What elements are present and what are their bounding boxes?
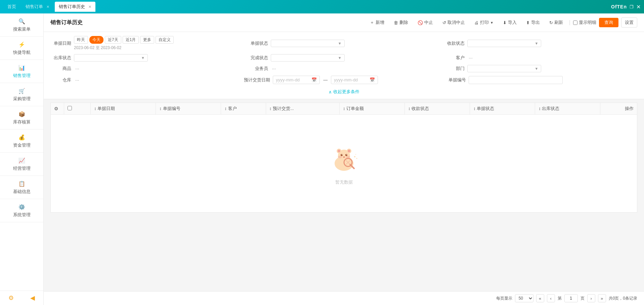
sidebar-item-purchase-mgmt[interactable]: 🛒 采购管理 <box>0 83 43 106</box>
sidebar-item-system-mgmt[interactable]: ⚙️ 系统管理 <box>0 199 43 222</box>
th-amount[interactable]: ↕ 订单金额 <box>340 103 405 115</box>
th-date[interactable]: ↕ 单据日期 <box>91 103 156 115</box>
prev-page-button[interactable]: ‹ <box>547 294 555 302</box>
th-out-status[interactable]: ↕ 出库状态 <box>535 103 600 115</box>
customer-ellipsis[interactable]: ··· <box>467 55 474 61</box>
import-button[interactable]: ⬇ 导入 <box>500 18 520 27</box>
sidebar-item-sales-mgmt[interactable]: 📊 销售管理 <box>0 60 43 83</box>
capital-icon: 💰 <box>18 134 26 141</box>
sidebar-item-capital[interactable]: 💰 资金管理 <box>0 129 43 153</box>
page-size-select[interactable]: 10 20 50 100 <box>515 294 533 302</box>
toolbar: ＋ 新增 🗑 删除 🚫 中止 ↺ 取消中止 <box>367 17 637 28</box>
date-quick-btns: 昨天 今天 近7天 近1月 更多 自定义 <box>74 36 174 44</box>
last-page-icon: » <box>601 296 603 301</box>
tab-sales-order-label: 销售订单 <box>26 4 43 10</box>
date-more-btn[interactable]: 更多 <box>140 36 154 44</box>
sidebar-item-basic-info[interactable]: 📋 基础信息 <box>0 176 43 199</box>
stop-icon: 🚫 <box>418 20 423 25</box>
date-1month-btn[interactable]: 近1月 <box>123 36 139 44</box>
out-status-select[interactable]: ▼ <box>74 54 148 62</box>
complete-status-select[interactable]: ▼ <box>271 54 345 62</box>
order-status-select[interactable]: ▼ <box>271 40 345 47</box>
tab-sales-order-history[interactable]: 销售订单历史 ✕ <box>55 2 95 12</box>
th-delivery[interactable]: ↕ 预计交货... <box>266 103 339 115</box>
cancel-stop-icon: ↺ <box>442 20 446 25</box>
print-button[interactable]: 🖨 打印 ▼ <box>471 18 497 27</box>
delivery-date-end[interactable]: yyyy-mm-dd 📅 <box>331 76 378 84</box>
sidebar-item-system-mgmt-label: 系统管理 <box>13 212 31 218</box>
empty-state-illustration <box>327 142 361 175</box>
query-button[interactable]: 查询 <box>599 18 618 27</box>
delivery-date-start[interactable]: yyyy-mm-dd 📅 <box>273 76 320 84</box>
goods-ellipsis[interactable]: ··· <box>74 66 81 71</box>
refresh-icon: ↻ <box>549 20 553 25</box>
order-status-label: 单据状态 <box>244 40 271 46</box>
sidebar-settings-icon[interactable]: ⚙ <box>8 294 14 302</box>
delete-icon: 🗑 <box>394 20 398 25</box>
page-title: 销售订单历史 <box>50 19 83 26</box>
window-restore-icon[interactable]: ❐ <box>630 4 634 9</box>
last-page-button[interactable]: » <box>598 294 606 302</box>
date-custom-btn[interactable]: 自定义 <box>156 36 174 44</box>
delete-button[interactable]: 🗑 删除 <box>390 18 412 27</box>
date-7days-btn[interactable]: 近7天 <box>105 36 121 44</box>
date-yesterday-btn[interactable]: 昨天 <box>74 36 88 44</box>
table-settings-button[interactable]: ⚙ <box>54 106 58 111</box>
salesperson-ellipsis[interactable]: ··· <box>271 66 277 71</box>
tab-sales-order-close[interactable]: ✕ <box>46 5 49 9</box>
import-icon: ⬇ <box>503 20 507 25</box>
th-no-label: ↕ 单据编号 <box>159 106 180 111</box>
date-range-text: 2023-06-02 至 2023-06-02 <box>74 45 174 51</box>
select-all-checkbox[interactable] <box>68 106 72 110</box>
stop-button[interactable]: 🚫 中止 <box>414 18 436 27</box>
receipt-status-select[interactable]: ▼ <box>467 40 541 47</box>
sidebar-item-quick-nav[interactable]: ⚡ 快捷导航 <box>0 37 43 60</box>
svg-point-6 <box>341 154 343 156</box>
delivery-date-end-text: yyyy-mm-dd <box>334 77 358 82</box>
th-order-status[interactable]: ↕ 单据状态 <box>470 103 535 115</box>
tab-sales-order[interactable]: 销售订单 ✕ <box>22 2 53 12</box>
th-delivery-label: ↕ 预计交货... <box>269 106 294 111</box>
export-button[interactable]: ⬆ 导出 <box>523 18 543 27</box>
next-page-button[interactable]: › <box>587 294 595 302</box>
department-select[interactable]: ▼ <box>467 65 541 72</box>
basic-info-icon: 📋 <box>18 180 26 187</box>
refresh-button[interactable]: ↻ 刷新 <box>546 18 566 27</box>
sidebar-item-operation[interactable]: 📈 经营管理 <box>0 153 43 176</box>
window-close-icon[interactable]: ✕ <box>636 4 641 10</box>
th-customer[interactable]: ↕ 客户 <box>221 103 266 115</box>
delivery-date-start-text: yyyy-mm-dd <box>276 77 300 82</box>
tab-home[interactable]: 首页 <box>3 2 20 12</box>
collapse-label: 收起更多条件 <box>333 89 359 95</box>
department-chevron-icon: ▼ <box>534 67 538 71</box>
total-info: 共0页，0条记录 <box>609 296 637 301</box>
page-number-input[interactable] <box>564 294 578 302</box>
svg-point-17 <box>354 156 355 157</box>
date-today-btn[interactable]: 今天 <box>89 36 103 44</box>
complete-status-label: 完成状态 <box>244 55 271 61</box>
data-table: ⚙ ↕ 单据日期 ↕ 单据编号 ↕ 客户 <box>50 103 637 213</box>
print-chevron-icon: ▼ <box>490 21 493 25</box>
order-no-input[interactable] <box>469 76 563 84</box>
sidebar-item-search-menu[interactable]: 🔍 搜索菜单 <box>0 13 43 37</box>
new-button[interactable]: ＋ 新增 <box>367 18 388 27</box>
settings-button[interactable]: 设置 <box>621 17 637 28</box>
show-detail-checkbox[interactable] <box>573 21 577 25</box>
tab-sales-order-history-close[interactable]: ✕ <box>88 5 91 9</box>
th-no[interactable]: ↕ 单据编号 <box>156 103 221 115</box>
first-page-button[interactable]: « <box>536 294 544 302</box>
cancel-stop-button[interactable]: ↺ 取消中止 <box>439 18 468 27</box>
th-date-label: ↕ 单据日期 <box>94 106 115 111</box>
th-receipt-status[interactable]: ↕ 收款状态 <box>405 103 470 115</box>
receipt-status-control: ▼ <box>467 40 637 47</box>
warehouse-ellipsis[interactable]: ··· <box>74 77 81 83</box>
table-area: ⚙ ↕ 单据日期 ↕ 单据编号 ↕ 客户 <box>44 99 644 291</box>
date-label: 单据日期 <box>50 40 74 46</box>
svg-point-9 <box>346 154 347 155</box>
collapse-btn[interactable]: ∧ 收起更多条件 <box>50 87 637 95</box>
warehouse-control: ··· <box>74 77 243 83</box>
complete-status-control: ▼ <box>271 54 441 62</box>
sidebar-item-inventory[interactable]: 📦 库存核算 <box>0 106 43 129</box>
sidebar-collapse-icon[interactable]: ◀ <box>30 294 35 302</box>
show-detail-checkbox-label[interactable]: 显示明细 <box>573 20 596 26</box>
